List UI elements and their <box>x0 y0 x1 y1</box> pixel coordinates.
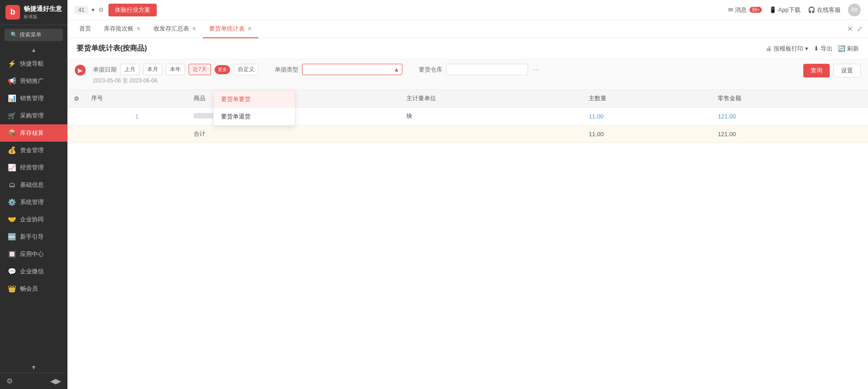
th-quantity: 主数量 <box>583 90 712 107</box>
td-amount[interactable]: 121.00 <box>712 107 868 125</box>
nav-scroll-up[interactable]: ▲ <box>0 45 67 55</box>
export-btn[interactable]: ⬇ 导出 <box>814 45 832 53</box>
nav-icon-system: ⚙️ <box>7 198 16 206</box>
tabbar: 首页 库存批次账 ✕ 收发存汇总表 ✕ 要货单统计表 ✕ ✕ ⤢ <box>67 20 868 38</box>
dropdown-item-order-goods[interactable]: 要货单要货 <box>214 91 295 108</box>
nav-label: 应用中心 <box>20 250 44 258</box>
version-text: 41 <box>78 7 84 13</box>
message-item[interactable]: ✉ 消息 99+ <box>728 6 762 14</box>
page-actions: 🖨 按模板打印 ▾ ⬇ 导出 🔄 刷新 <box>766 45 859 53</box>
dropdown-item-label: 要货单退货 <box>221 113 251 120</box>
app-version: 标准版 <box>24 14 62 20</box>
sidebar-item-guide[interactable]: 🆕 新手引导 <box>0 228 67 246</box>
dropdown-item-label: 要货单要货 <box>221 96 251 102</box>
nav-icon-base: 🗂 <box>7 181 16 189</box>
tab-expand[interactable]: ⤢ <box>857 25 863 33</box>
nav-label: 销售管理 <box>20 94 44 102</box>
nav-icon-quick: ⚡ <box>7 60 16 68</box>
tab-order-summary-close[interactable]: ✕ <box>247 26 252 32</box>
date-btn-week[interactable]: 近7天 <box>189 64 211 75</box>
date-btn-more[interactable]: 更多 <box>215 65 230 74</box>
online-service-item[interactable]: 🎧 在线客服 <box>808 6 841 14</box>
nav-scroll-down[interactable]: ▼ <box>0 362 67 373</box>
tab-home[interactable]: 首页 <box>73 20 98 38</box>
sidebar-item-apps[interactable]: 🔲 应用中心 <box>0 246 67 263</box>
sidebar-item-purchase[interactable]: 🛒 采购管理 <box>0 107 67 124</box>
type-filter-group: 单据类型 ▲ <box>275 64 402 75</box>
setting-btn[interactable]: 设置 <box>833 64 861 77</box>
export-label: 导出 <box>821 45 832 53</box>
tab-receivables-summary[interactable]: 收发存汇总表 ✕ <box>147 20 203 38</box>
table-foot: 合计 11.00 121.00 <box>67 125 868 143</box>
filter-expand-btn[interactable]: ▶ <box>75 65 86 76</box>
nav-icon-finance: 💰 <box>7 146 16 154</box>
sidebar-item-system[interactable]: ⚙️ 系统管理 <box>0 194 67 211</box>
nav-icon-member: 👑 <box>7 285 16 293</box>
nav-icon-wechat: 💬 <box>7 267 16 276</box>
sidebar-item-member[interactable]: 👑 畅会员 <box>0 280 67 297</box>
main-area: 41 ▾ ⚙ 体验行业方案 ✉ 消息 99+ 📱 App下载 🎧 在线客服 <box>67 0 868 389</box>
warehouse-more-btn[interactable]: ··· <box>534 66 539 74</box>
tab-inventory-batch-close[interactable]: ✕ <box>136 26 141 32</box>
refresh-icon: 🔄 <box>838 45 845 52</box>
print-template-btn[interactable]: 🖨 按模板打印 ▾ <box>766 45 808 53</box>
tab-inventory-batch-label: 库存批次账 <box>104 25 134 33</box>
print-template-label: 按模板打印 <box>774 45 803 53</box>
online-service-label: 在线客服 <box>817 6 841 14</box>
nav-label: 畅会员 <box>20 285 38 293</box>
topbar-dropdown[interactable]: ▾ <box>92 6 95 13</box>
sidebar-item-operation[interactable]: 📈 经营管理 <box>0 159 67 176</box>
query-btn[interactable]: 查询 <box>803 64 830 77</box>
date-btn-prev[interactable]: 上月 <box>120 64 139 75</box>
date-btn-current[interactable]: 本月 <box>143 64 162 75</box>
message-icon: ✉ <box>728 6 733 13</box>
sidebar-item-wechat[interactable]: 💬 企业微信 <box>0 263 67 280</box>
settings-icon[interactable]: ⚙ <box>6 377 13 385</box>
print-dropdown-icon[interactable]: ▾ <box>805 45 808 52</box>
td-quantity[interactable]: 11.00 <box>583 107 712 125</box>
search-label: 搜索菜单 <box>20 31 41 39</box>
sidebar-item-inventory[interactable]: 📦 库存核算 <box>0 124 67 142</box>
headset-icon: 🎧 <box>808 6 815 13</box>
sidebar-footer: ⚙ ◀▶ <box>0 373 67 389</box>
warehouse-filter-input[interactable] <box>446 64 528 75</box>
message-label: 消息 <box>735 6 747 14</box>
refresh-btn[interactable]: 🔄 刷新 <box>838 45 859 53</box>
sidebar-search[interactable]: 🔍 搜索菜单 <box>5 29 63 41</box>
nav-label: 快捷导航 <box>20 60 44 68</box>
td-total-unit <box>401 125 583 143</box>
sidebar-item-base[interactable]: 🗂 基础信息 <box>0 176 67 194</box>
phone-icon: 📱 <box>769 6 776 13</box>
tab-inventory-batch[interactable]: 库存批次账 ✕ <box>98 20 147 38</box>
type-dropdown-menu: 要货单要货 要货单退货 <box>213 90 295 126</box>
sidebar-item-quick-nav[interactable]: ⚡ 快捷导航 <box>0 55 67 72</box>
nav-icon-cooperation: 🤝 <box>7 215 16 224</box>
sidebar-item-finance[interactable]: 💰 资金管理 <box>0 142 67 159</box>
industry-btn[interactable]: 体验行业方案 <box>108 4 157 16</box>
date-btn-custom[interactable]: 自定义 <box>234 64 258 75</box>
th-settings[interactable]: ⚙ <box>67 90 86 107</box>
sidebar-item-sales[interactable]: 📊 销售管理 <box>0 90 67 107</box>
warehouse-filter-group: 要货仓库 ··· <box>419 64 539 75</box>
topbar-settings-icon[interactable]: ⚙ <box>98 6 104 13</box>
user-avatar-item[interactable]: Rit <box>848 4 861 16</box>
type-filter-input[interactable] <box>302 64 402 75</box>
filter-bar: ▶ 单据日期 上月 本月 本年 近7天 更多 自定义 2023-05-06 至 … <box>67 59 868 90</box>
table-head: ⚙ 序号 商品 主计量单位 主数量 零售金额 <box>67 90 868 107</box>
nav-icon-operation: 📈 <box>7 164 16 172</box>
nav-icon-apps: 🔲 <box>7 250 16 258</box>
collapse-icon[interactable]: ◀▶ <box>50 377 61 385</box>
app-download-item[interactable]: 📱 App下载 <box>769 6 801 14</box>
tab-receivables-summary-close[interactable]: ✕ <box>192 26 196 32</box>
sidebar-item-marketing[interactable]: 📢 营销推广 <box>0 72 67 90</box>
data-table: ⚙ 序号 商品 主计量单位 主数量 零售金额 1 <box>67 90 868 143</box>
dropdown-item-order-return[interactable]: 要货单退货 <box>214 108 295 125</box>
type-dropdown-icon[interactable]: ▲ <box>394 66 400 73</box>
filter-right: 查询 设置 <box>803 64 861 77</box>
tab-close-all[interactable]: ✕ <box>847 25 853 33</box>
date-btn-year[interactable]: 本年 <box>166 64 185 75</box>
sidebar-item-cooperation[interactable]: 🤝 企业协同 <box>0 211 67 228</box>
tab-order-summary[interactable]: 要货单统计表 ✕ <box>203 20 258 38</box>
td-total-label: 合计 <box>188 125 401 143</box>
table-header-row: ⚙ 序号 商品 主计量单位 主数量 零售金额 <box>67 90 868 107</box>
